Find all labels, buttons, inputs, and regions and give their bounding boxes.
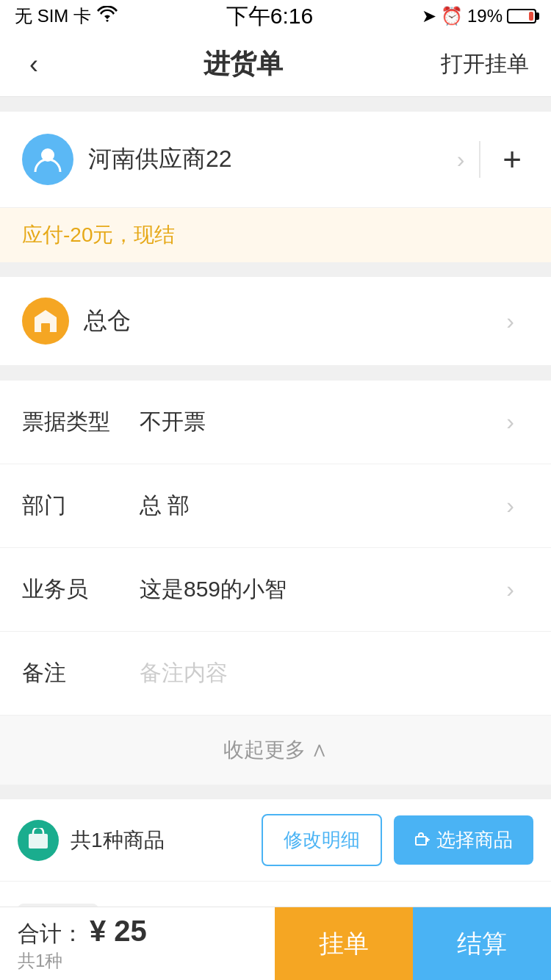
department-row[interactable]: 部门 总 部 ›	[0, 464, 551, 548]
status-right: ➤ ⏰ 19%	[422, 6, 536, 26]
supplier-name: 河南供应商22	[88, 143, 457, 176]
select-product-button[interactable]: 选择商品	[394, 815, 533, 865]
invoice-type-value: 不开票	[125, 407, 506, 437]
supplier-row[interactable]: 河南供应商22 › +	[0, 112, 551, 208]
pending-label: 挂单	[319, 927, 369, 961]
total-line: 合计： ¥ 25	[18, 915, 257, 949]
note-label: 备注	[22, 658, 125, 688]
bottom-bar: 合计： ¥ 25 共1种 挂单 结算	[0, 907, 551, 980]
svg-rect-3	[416, 837, 426, 845]
warehouse-row[interactable]: 总仓 ›	[0, 277, 551, 366]
form-section: 票据类型 不开票 › 部门 总 部 › 业务员 这是859的小智 › 备注 备注…	[0, 381, 551, 716]
supplier-avatar	[22, 134, 73, 185]
invoice-type-row[interactable]: 票据类型 不开票 ›	[0, 381, 551, 464]
select-product-label: 选择商品	[436, 827, 513, 853]
product-count-icon	[18, 820, 59, 861]
svg-rect-2	[29, 834, 48, 849]
invoice-type-label: 票据类型	[22, 407, 125, 437]
battery-icon	[507, 9, 536, 24]
product-count-text: 共1种商品	[71, 826, 250, 854]
total-sub: 共1种	[18, 949, 257, 973]
pending-button[interactable]: 挂单	[275, 907, 413, 980]
salesperson-label: 业务员	[22, 574, 125, 605]
warehouse-chevron-icon: ›	[506, 308, 514, 335]
checkout-label: 结算	[457, 927, 507, 961]
note-value: 备注内容	[125, 658, 529, 688]
back-button[interactable]: ‹	[22, 42, 46, 87]
salesperson-row[interactable]: 业务员 这是859的小智 ›	[0, 548, 551, 632]
svg-rect-1	[41, 323, 50, 332]
battery-text: 19%	[467, 6, 503, 26]
status-time: 下午6:16	[226, 1, 313, 32]
department-value: 总 部	[125, 491, 506, 521]
open-pending-button[interactable]: 打开挂单	[441, 49, 529, 79]
supplier-card: 河南供应商22 › + 应付-20元，现结	[0, 112, 551, 262]
nav-bar: ‹ 进货单 打开挂单	[0, 32, 551, 97]
wifi-icon	[97, 6, 118, 26]
supplier-divider	[479, 141, 480, 178]
note-row[interactable]: 备注 备注内容	[0, 632, 551, 716]
notice-banner: 应付-20元，现结	[0, 208, 551, 262]
department-label: 部门	[22, 491, 125, 521]
salesperson-chevron-icon: ›	[506, 576, 514, 603]
salesperson-value: 这是859的小智	[125, 574, 506, 605]
collapse-label: 收起更多 ∧	[223, 736, 328, 764]
total-amount: ¥ 25	[90, 915, 147, 948]
add-supplier-button[interactable]: +	[495, 141, 529, 178]
department-chevron-icon: ›	[506, 492, 514, 519]
carrier-text: 无 SIM 卡	[15, 4, 91, 28]
collapse-row[interactable]: 收起更多 ∧	[0, 716, 551, 785]
status-left: 无 SIM 卡	[15, 4, 118, 28]
section-gap-1	[0, 97, 551, 112]
products-header: 共1种商品 修改明细 选择商品	[0, 799, 551, 882]
warehouse-label: 总仓	[84, 305, 506, 337]
invoice-type-chevron-icon: ›	[506, 408, 514, 436]
page-title: 进货单	[204, 46, 283, 82]
cart-icon	[414, 832, 431, 849]
supplier-chevron-icon: ›	[457, 146, 465, 173]
bottom-total: 合计： ¥ 25 共1种	[0, 907, 275, 980]
section-gap-2	[0, 262, 551, 277]
location-icon: ➤	[422, 6, 436, 26]
edit-detail-button[interactable]: 修改明细	[262, 814, 382, 866]
total-label: 合计：	[18, 919, 84, 949]
checkout-button[interactable]: 结算	[413, 907, 551, 980]
warehouse-card[interactable]: 总仓 ›	[0, 277, 551, 366]
status-bar: 无 SIM 卡 下午6:16 ➤ ⏰ 19%	[0, 0, 551, 32]
warehouse-icon	[22, 298, 69, 345]
alarm-icon: ⏰	[441, 6, 463, 26]
